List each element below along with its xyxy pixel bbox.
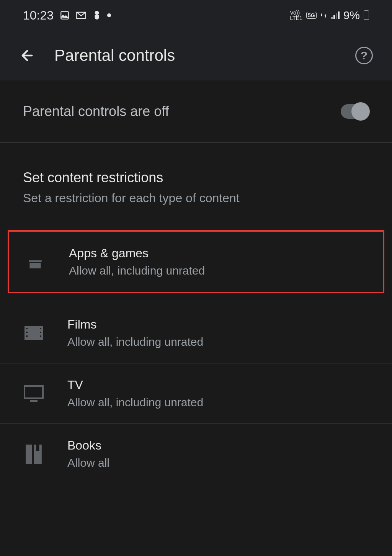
restriction-text: Films Allow all, including unrated bbox=[67, 317, 203, 348]
svg-rect-10 bbox=[40, 335, 41, 337]
help-icon[interactable]: ? bbox=[355, 47, 373, 64]
android-icon bbox=[24, 251, 46, 273]
restriction-title: Apps & games bbox=[69, 246, 205, 260]
restriction-desc: Allow all, including unrated bbox=[69, 264, 205, 277]
svg-rect-12 bbox=[26, 445, 32, 464]
restriction-films[interactable]: Films Allow all, including unrated bbox=[0, 303, 392, 363]
restriction-title: Books bbox=[67, 438, 109, 453]
section-title: Set content restrictions bbox=[23, 170, 369, 186]
5g-icon: 5G bbox=[306, 12, 317, 19]
restriction-tv[interactable]: TV Allow all, including unrated bbox=[0, 363, 392, 424]
restriction-books[interactable]: Books Allow all bbox=[0, 424, 392, 484]
gmail-icon bbox=[76, 11, 87, 20]
tv-icon bbox=[23, 383, 44, 404]
parental-controls-toggle-row[interactable]: Parental controls are off bbox=[0, 80, 392, 143]
restriction-text: Books Allow all bbox=[67, 438, 109, 469]
svg-rect-8 bbox=[40, 328, 41, 329]
data-arrows-icon bbox=[320, 12, 327, 19]
svg-point-1 bbox=[95, 11, 99, 15]
status-time: 10:23 bbox=[23, 8, 54, 23]
restriction-apps-games[interactable]: Apps & games Allow all, including unrate… bbox=[8, 230, 384, 293]
signal-icon bbox=[331, 11, 340, 19]
svg-rect-6 bbox=[26, 332, 28, 333]
toggle-label: Parental controls are off bbox=[23, 103, 169, 119]
status-right: Vo))LTE1 5G 9% bbox=[290, 9, 369, 22]
toggle-switch[interactable] bbox=[341, 104, 369, 119]
restriction-desc: Allow all, including unrated bbox=[67, 396, 203, 409]
svg-point-3 bbox=[38, 258, 39, 260]
volte-icon: Vo))LTE1 bbox=[290, 10, 302, 21]
battery-percent: 9% bbox=[343, 9, 360, 22]
section-header: Set content restrictions Set a restricti… bbox=[0, 143, 392, 221]
restriction-title: Films bbox=[67, 317, 203, 332]
status-left: 10:23 bbox=[23, 8, 111, 23]
svg-rect-9 bbox=[40, 332, 41, 333]
svg-rect-5 bbox=[26, 328, 28, 329]
restriction-title: TV bbox=[67, 378, 203, 392]
film-icon bbox=[23, 322, 44, 344]
restriction-desc: Allow all bbox=[67, 456, 109, 469]
restriction-desc: Allow all, including unrated bbox=[67, 335, 203, 348]
svg-rect-7 bbox=[26, 335, 28, 337]
page-title: Parental controls bbox=[54, 46, 336, 65]
book-icon bbox=[23, 443, 44, 465]
status-bar: 10:23 Vo))LTE1 5G 9% bbox=[0, 0, 392, 31]
battery-icon bbox=[364, 10, 369, 20]
app-header: Parental controls ? bbox=[0, 31, 392, 80]
image-icon bbox=[60, 10, 70, 20]
restriction-text: TV Allow all, including unrated bbox=[67, 378, 203, 409]
restriction-text: Apps & games Allow all, including unrate… bbox=[69, 246, 205, 277]
svg-rect-11 bbox=[24, 386, 43, 398]
notification-icon bbox=[93, 10, 101, 20]
dot-icon bbox=[107, 13, 111, 17]
section-subtitle: Set a restriction for each type of conte… bbox=[23, 191, 369, 205]
svg-point-2 bbox=[31, 258, 33, 260]
svg-rect-14 bbox=[36, 445, 39, 451]
back-arrow-icon[interactable] bbox=[19, 47, 35, 64]
toggle-knob bbox=[351, 102, 370, 121]
